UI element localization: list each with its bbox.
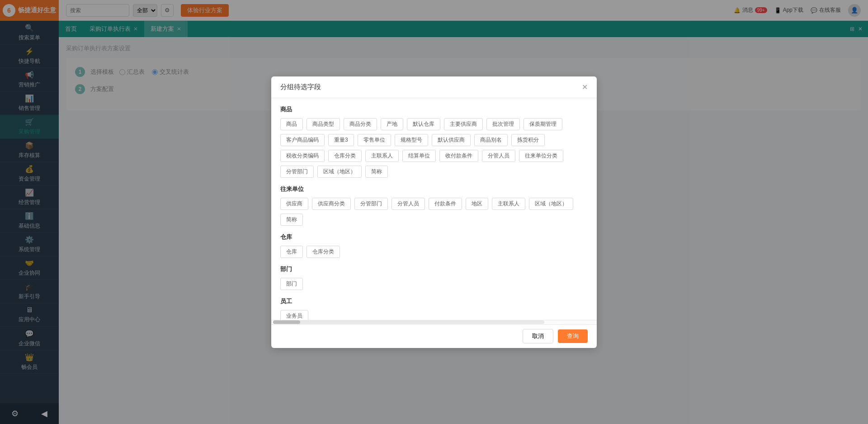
warehouse-chips: 仓库仓库分类 (280, 246, 588, 258)
field-chip[interactable]: 简称 (365, 166, 388, 178)
field-chip[interactable]: 分管人员 (482, 150, 515, 162)
field-chip[interactable]: 保质期管理 (524, 118, 562, 130)
dept-chips: 部门 (280, 278, 588, 290)
field-chip[interactable]: 产地 (381, 118, 403, 130)
partners-chips: 供应商供应商分类分管部门分管人员付款条件地区主联系人区域（地区）简称 (280, 198, 588, 226)
modal-hscroll[interactable] (271, 320, 597, 324)
field-chip[interactable]: 默认供应商 (432, 134, 471, 146)
field-chip[interactable]: 供应商 (280, 198, 308, 210)
field-chip[interactable]: 往来单位分类 (519, 150, 563, 162)
field-chip[interactable]: 商品 (280, 118, 303, 130)
field-select-modal: 分组待选字段 ✕ 商品 商品商品类型商品分类产地默认仓库主要供应商批次管理保质期… (271, 76, 597, 348)
modal-overlay: 分组待选字段 ✕ 商品 商品商品类型商品分类产地默认仓库主要供应商批次管理保质期… (0, 0, 868, 424)
section-dept: 部门 部门 (280, 265, 588, 290)
field-chip[interactable]: 主联系人 (365, 150, 399, 162)
section-staff: 员工 业务员 (280, 297, 588, 320)
section-dept-title: 部门 (280, 265, 588, 273)
field-chip[interactable]: 商品分类 (344, 118, 377, 130)
field-chip[interactable]: 地区 (466, 198, 488, 210)
section-warehouse: 仓库 仓库仓库分类 (280, 233, 588, 258)
field-chip[interactable]: 付款条件 (429, 198, 462, 210)
field-chip[interactable]: 规格型号 (395, 134, 428, 146)
field-chip[interactable]: 重量3 (328, 134, 354, 146)
field-chip[interactable]: 主要供应商 (444, 118, 483, 130)
field-chip[interactable]: 批次管理 (486, 118, 520, 130)
field-chip[interactable]: 区域（地区） (529, 198, 573, 210)
field-chip[interactable]: 分管部门 (280, 166, 314, 178)
section-partners-title: 往来单位 (280, 185, 588, 193)
field-chip[interactable]: 分管部门 (354, 198, 388, 210)
confirm-btn[interactable]: 查询 (558, 329, 588, 343)
goods-chips: 商品商品类型商品分类产地默认仓库主要供应商批次管理保质期管理客户商品编码重量3零… (280, 118, 588, 178)
section-warehouse-title: 仓库 (280, 233, 588, 241)
field-chip[interactable]: 分管人员 (392, 198, 425, 210)
staff-chips: 业务员 (280, 310, 588, 320)
section-goods-title: 商品 (280, 105, 588, 114)
cancel-btn[interactable]: 取消 (523, 329, 553, 343)
section-partners: 往来单位 供应商供应商分类分管部门分管人员付款条件地区主联系人区域（地区）简称 (280, 185, 588, 226)
section-goods: 商品 商品商品类型商品分类产地默认仓库主要供应商批次管理保质期管理客户商品编码重… (280, 105, 588, 178)
section-staff-title: 员工 (280, 297, 588, 305)
field-chip[interactable]: 拣货积分 (511, 134, 545, 146)
field-chip[interactable]: 主联系人 (492, 198, 525, 210)
field-chip[interactable]: 商品类型 (307, 118, 340, 130)
field-chip[interactable]: 简称 (280, 214, 303, 226)
field-chip[interactable]: 部门 (280, 278, 303, 290)
modal-body[interactable]: 商品 商品商品类型商品分类产地默认仓库主要供应商批次管理保质期管理客户商品编码重… (271, 98, 597, 320)
field-chip[interactable]: 结算单位 (402, 150, 436, 162)
field-chip[interactable]: 默认仓库 (407, 118, 440, 130)
field-chip[interactable]: 区域（地区） (317, 166, 362, 178)
modal-close-btn[interactable]: ✕ (582, 83, 588, 91)
field-chip[interactable]: 零售单位 (358, 134, 391, 146)
field-chip[interactable]: 仓库分类 (328, 150, 362, 162)
field-chip[interactable]: 商品别名 (474, 134, 508, 146)
modal-header: 分组待选字段 ✕ (271, 76, 597, 98)
field-chip[interactable]: 税收分类编码 (280, 150, 325, 162)
modal-footer: 取消 查询 (271, 324, 597, 348)
field-chip[interactable]: 仓库 (280, 246, 303, 258)
field-chip[interactable]: 供应商分类 (312, 198, 351, 210)
field-chip[interactable]: 客户商品编码 (280, 134, 325, 146)
modal-title: 分组待选字段 (280, 83, 321, 91)
field-chip[interactable]: 收付款条件 (439, 150, 478, 162)
field-chip[interactable]: 业务员 (280, 310, 308, 320)
field-chip[interactable]: 仓库分类 (307, 246, 340, 258)
